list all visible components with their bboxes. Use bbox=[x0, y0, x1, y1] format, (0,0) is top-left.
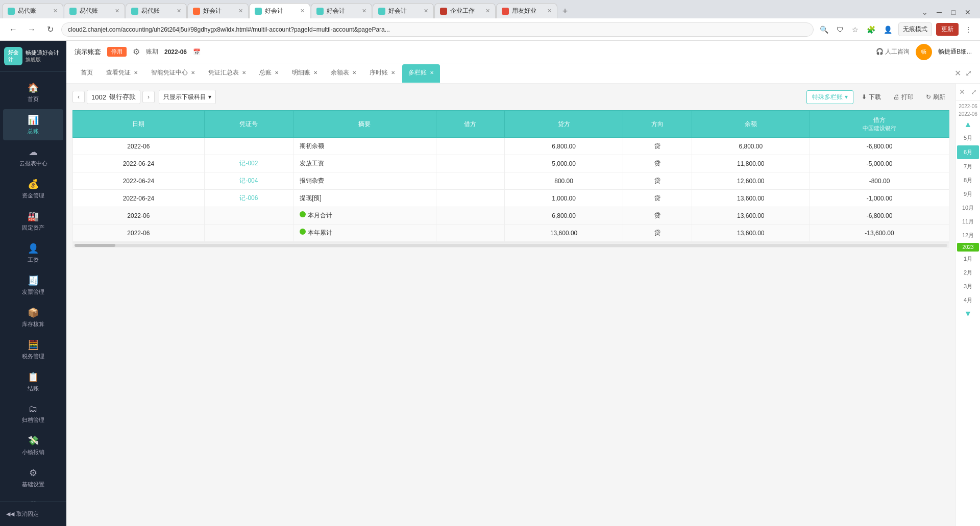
tab-detail-ledger[interactable]: 明细账 ✕ bbox=[286, 64, 324, 83]
timeline-2023-month-2[interactable]: 2月 bbox=[956, 266, 980, 280]
tab-close-icon[interactable]: ✕ bbox=[242, 70, 246, 76]
tab-close-icon[interactable]: ✕ bbox=[275, 70, 279, 76]
sidebar-item-ledger[interactable]: 📊 总账 bbox=[3, 109, 63, 140]
tab-close-btn[interactable]: ✕ bbox=[485, 8, 490, 14]
tab-home[interactable]: 首页 bbox=[75, 64, 99, 83]
filter-dropdown[interactable]: 只显示下级科目 ▾ bbox=[159, 90, 216, 104]
timeline-month-10[interactable]: 10月 bbox=[956, 201, 980, 215]
tab-close-icon[interactable]: ✕ bbox=[352, 70, 356, 76]
tab-close-icon[interactable]: ✕ bbox=[430, 70, 434, 76]
tab-view-voucher[interactable]: 查看凭证 ✕ bbox=[100, 64, 144, 83]
timeline-month-12[interactable]: 12月 bbox=[956, 229, 980, 242]
tab-haohuiji-1[interactable]: 好会计 ✕ bbox=[187, 3, 249, 18]
tab-close-btn[interactable]: ✕ bbox=[115, 8, 119, 14]
sidebar-item-salary[interactable]: 👤 工资 bbox=[3, 238, 63, 269]
tab-haohuiji-3[interactable]: 好会计 ✕ bbox=[311, 3, 372, 18]
sidebar-item-settings[interactable]: ⚙ 基础设置 bbox=[3, 462, 63, 493]
scroll-thumb[interactable] bbox=[75, 244, 115, 247]
special-multi-col-button[interactable]: 特殊多栏账 ▾ bbox=[806, 90, 853, 104]
timeline-month-5[interactable]: 5月 bbox=[956, 131, 980, 145]
reload-button[interactable]: ↻ bbox=[43, 22, 57, 37]
tab-yidaizhang-2[interactable]: 易代账 ✕ bbox=[64, 3, 125, 18]
sidebar-item-home[interactable]: 🏠 首页 bbox=[3, 77, 63, 108]
sidebar-item-invoice[interactable]: 🧾 发票管理 bbox=[3, 270, 63, 301]
prev-account-button[interactable]: ‹ bbox=[72, 91, 85, 103]
tab-close-btn[interactable]: ✕ bbox=[547, 8, 552, 14]
horizontal-scrollbar[interactable] bbox=[72, 242, 949, 248]
timeline-month-9[interactable]: 9月 bbox=[956, 187, 980, 201]
extension-icon[interactable]: 🧩 bbox=[865, 23, 877, 36]
shield-icon[interactable]: 🛡 bbox=[835, 23, 846, 36]
tab-journal[interactable]: 序时账 ✕ bbox=[363, 64, 401, 83]
timeline-2023-month-4[interactable]: 4月 bbox=[956, 293, 980, 307]
sidebar-item-expense[interactable]: 💸 小畅报销 bbox=[3, 430, 63, 461]
tab-smart-voucher[interactable]: 智能凭证中心 ✕ bbox=[145, 64, 201, 83]
timeline-scroll-up-button[interactable]: ▲ bbox=[962, 118, 974, 131]
tab-yongyouhaoye[interactable]: 用友好业 ✕ bbox=[496, 3, 557, 18]
tab-balance-sheet[interactable]: 余额表 ✕ bbox=[325, 64, 362, 83]
voucher-link[interactable]: 记-004 bbox=[239, 177, 258, 184]
customer-service-button[interactable]: 🎧 人工咨询 bbox=[876, 47, 910, 56]
calendar-icon[interactable]: 📅 bbox=[193, 48, 201, 56]
star-icon[interactable]: ☆ bbox=[850, 23, 861, 36]
profile-icon[interactable]: 👤 bbox=[881, 23, 894, 36]
cell-voucher[interactable]: 记-006 bbox=[204, 190, 293, 207]
unpin-button[interactable]: ◀◀ 取消固定 bbox=[0, 506, 66, 522]
tab-list-button[interactable]: ⌄ bbox=[919, 6, 931, 18]
cell-voucher[interactable]: 记-004 bbox=[204, 172, 293, 190]
sidebar-item-inventory[interactable]: 📦 库存核算 bbox=[3, 302, 63, 333]
timeline-month-7[interactable]: 7月 bbox=[956, 160, 980, 173]
tab-close-btn[interactable]: ✕ bbox=[424, 8, 428, 14]
voucher-link[interactable]: 记-002 bbox=[239, 160, 258, 167]
user-avatar[interactable]: 畅 bbox=[916, 44, 932, 60]
back-button[interactable]: ← bbox=[6, 22, 20, 37]
collapse-panel-btn[interactable]: ✕ bbox=[954, 68, 961, 78]
timeline-scroll-down-button[interactable]: ▼ bbox=[962, 307, 974, 320]
tab-multi-col[interactable]: 多栏账 ✕ bbox=[402, 64, 440, 83]
incognito-button[interactable]: 无痕模式 bbox=[898, 22, 932, 36]
tab-voucher-summary[interactable]: 凭证汇总表 ✕ bbox=[202, 64, 252, 83]
address-input[interactable] bbox=[61, 22, 814, 37]
update-button[interactable]: 更新 bbox=[936, 23, 959, 36]
tab-qiyegongzuo[interactable]: 企业工作 ✕ bbox=[434, 3, 496, 18]
tab-general-ledger[interactable]: 总账 ✕ bbox=[253, 64, 285, 83]
download-button[interactable]: ⬇ 下载 bbox=[857, 91, 885, 104]
sidebar-item-tax[interactable]: 🧮 税务管理 bbox=[3, 334, 63, 365]
minimize-button[interactable]: ─ bbox=[933, 6, 945, 18]
tab-yidaizhang-1[interactable]: 易代账 ✕ bbox=[2, 3, 63, 18]
tab-close-btn[interactable]: ✕ bbox=[177, 8, 181, 14]
tab-close-icon[interactable]: ✕ bbox=[191, 70, 195, 76]
close-button[interactable]: ✕ bbox=[962, 6, 974, 18]
timeline-month-8[interactable]: 8月 bbox=[956, 173, 980, 187]
refresh-button[interactable]: ↻ 刷新 bbox=[922, 91, 949, 104]
timeline-month-6[interactable]: 6月 bbox=[957, 145, 979, 159]
next-account-button[interactable]: › bbox=[142, 91, 155, 103]
tab-haohuiji-4[interactable]: 好会计 ✕ bbox=[373, 3, 434, 18]
new-tab-button[interactable]: + bbox=[558, 4, 572, 18]
sidebar-item-archive[interactable]: 🗂 归档管理 bbox=[3, 398, 63, 429]
print-button[interactable]: 🖨 打印 bbox=[889, 91, 918, 104]
tab-close-btn[interactable]: ✕ bbox=[53, 8, 58, 14]
timeline-2023-month-3[interactable]: 3月 bbox=[956, 280, 980, 293]
tab-close-btn[interactable]: ✕ bbox=[238, 8, 243, 14]
maximize-button[interactable]: □ bbox=[947, 6, 960, 18]
expand-timeline-button[interactable]: ⤢ bbox=[971, 88, 977, 98]
timeline-month-11[interactable]: 11月 bbox=[956, 215, 980, 229]
search-icon[interactable]: 🔍 bbox=[818, 23, 830, 36]
close-timeline-button[interactable]: ✕ bbox=[959, 88, 965, 96]
tab-close-btn[interactable]: ✕ bbox=[300, 8, 305, 14]
expand-panel-btn[interactable]: ⤢ bbox=[965, 68, 972, 78]
cell-voucher[interactable]: 记-002 bbox=[204, 155, 293, 172]
sidebar-item-cloud-report[interactable]: ☁ 云报表中心 bbox=[3, 141, 63, 172]
tab-close-btn[interactable]: ✕ bbox=[362, 8, 366, 14]
gear-icon[interactable]: ⚙ bbox=[133, 47, 140, 57]
sidebar-item-closing[interactable]: 📋 结账 bbox=[3, 366, 63, 397]
tab-close-icon[interactable]: ✕ bbox=[313, 70, 317, 76]
tab-haohuiji-2-active[interactable]: 好会计 ✕ bbox=[249, 3, 310, 18]
tab-close-icon[interactable]: ✕ bbox=[391, 70, 395, 76]
tab-close-icon[interactable]: ✕ bbox=[134, 70, 138, 76]
timeline-2023-month-1[interactable]: 1月 bbox=[956, 252, 980, 266]
menu-icon[interactable]: ⋮ bbox=[963, 23, 974, 36]
voucher-link[interactable]: 记-006 bbox=[239, 194, 258, 202]
sidebar-item-fund[interactable]: 💰 资金管理 bbox=[3, 173, 63, 205]
